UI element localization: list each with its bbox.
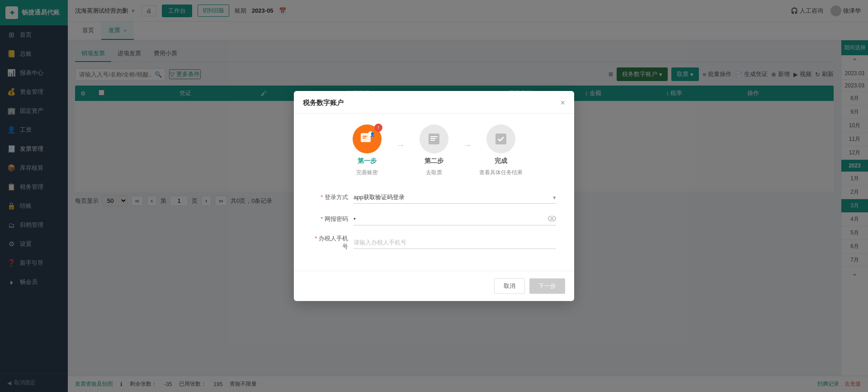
step-3-icon-wrap (486, 124, 515, 153)
step-3-desc: 查看具体任务结果 (479, 169, 523, 177)
modal-body: 👤 ! 第一步 完善账密 → (294, 114, 574, 271)
step-1-icon: 👤 (359, 129, 375, 149)
login-method-select-wrap: app获取验证码登录 ▾ (354, 191, 556, 204)
password-input-wrap (354, 213, 556, 225)
login-method-row: 登录方式 app获取验证码登录 ▾ (312, 191, 556, 204)
step-2-label: 第二步 (425, 157, 443, 165)
step-2: 第二步 去取票 (407, 124, 461, 177)
phone-input[interactable] (354, 236, 556, 249)
svg-text:👤: 👤 (370, 132, 375, 137)
tax-digital-modal: 税务数字账户 × 👤 (294, 91, 574, 301)
login-method-label: 登录方式 (312, 193, 348, 201)
password-input[interactable] (354, 213, 556, 225)
modal-overlay: 税务数字账户 × 👤 (0, 0, 868, 392)
step-1-desc: 完善账密 (356, 169, 378, 177)
svg-rect-8 (430, 140, 435, 141)
modal-header: 税务数字账户 × (294, 91, 574, 114)
modal-close-button[interactable]: × (560, 98, 565, 108)
step-1: 👤 ! 第一步 完善账密 (340, 124, 394, 177)
password-row: 网报密码 (312, 213, 556, 225)
phone-row: 办税人手机号 (312, 234, 556, 251)
login-method-select[interactable]: app获取验证码登录 (354, 191, 556, 204)
step-2-icon-wrap (420, 124, 448, 153)
svg-rect-6 (430, 136, 438, 137)
modal-title: 税务数字账户 (303, 99, 344, 107)
step-arrow-1: → (396, 140, 405, 161)
svg-rect-7 (430, 138, 436, 139)
phone-label: 办税人手机号 (312, 234, 348, 251)
password-label: 网报密码 (312, 215, 348, 223)
step-1-icon-wrap: 👤 ! (353, 124, 382, 153)
cancel-button[interactable]: 取消 (494, 278, 525, 294)
next-button[interactable]: 下一步 (529, 278, 565, 294)
step-1-label: 第一步 (358, 157, 377, 165)
svg-point-10 (551, 218, 553, 220)
phone-input-wrap (354, 236, 556, 249)
svg-rect-9 (495, 134, 506, 144)
step-arrow-2: → (463, 140, 472, 161)
step-2-desc: 去取票 (426, 169, 442, 177)
svg-rect-1 (363, 136, 367, 137)
step-3-label: 完成 (495, 157, 507, 165)
step-3: 完成 查看具体任务结果 (474, 124, 528, 177)
svg-rect-2 (363, 138, 366, 139)
step-1-badge: ! (374, 124, 382, 132)
modal-footer: 取消 下一步 (294, 271, 574, 301)
steps: 👤 ! 第一步 完善账密 → (312, 124, 556, 177)
eye-icon[interactable] (548, 215, 556, 223)
